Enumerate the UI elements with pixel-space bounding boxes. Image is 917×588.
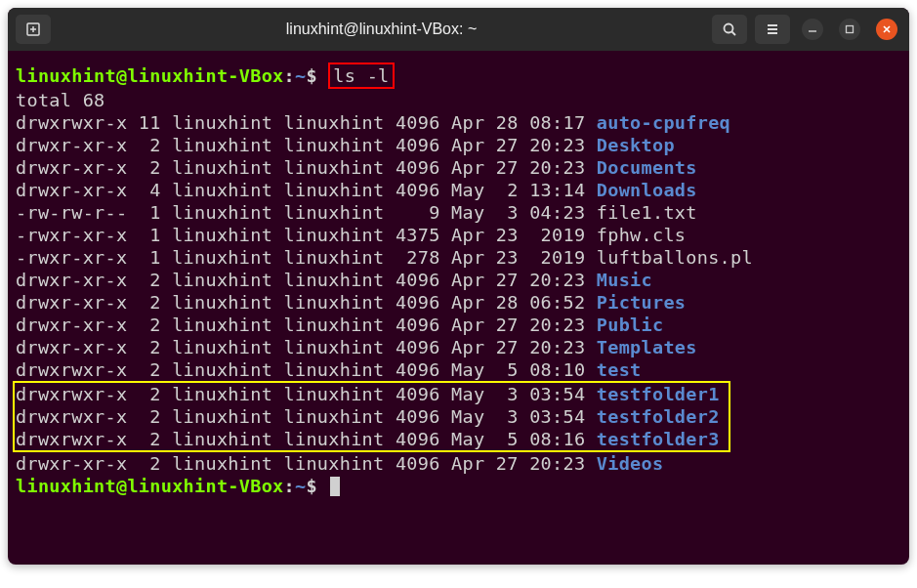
svg-rect-9 bbox=[847, 26, 854, 33]
ls-entry-name: test bbox=[597, 359, 642, 380]
search-button[interactable] bbox=[712, 15, 747, 44]
ls-entry-name: Public bbox=[597, 315, 664, 335]
ls-row: drwxr-xr-x 4 linuxhint linuxhint 4096 Ma… bbox=[16, 180, 697, 200]
ls-entry-name: testfolder2 bbox=[597, 406, 720, 427]
ls-row: drwxr-xr-x 2 linuxhint linuxhint 4096 Ap… bbox=[16, 337, 697, 357]
ls-row: drwxr-xr-x 2 linuxhint linuxhint 4096 Ap… bbox=[16, 270, 652, 290]
terminal-body[interactable]: linuxhint@linuxhint-VBox:~$ ls -l total … bbox=[8, 51, 909, 509]
ls-row: drwxrwxr-x 2 linuxhint linuxhint 4096 Ma… bbox=[16, 384, 720, 404]
cursor bbox=[330, 477, 340, 496]
terminal-window: linuxhint@linuxhint-VBox: ~ linuxhint@li… bbox=[8, 8, 909, 565]
menu-button[interactable] bbox=[755, 15, 790, 44]
ls-row: drwxr-xr-x 2 linuxhint linuxhint 4096 Ap… bbox=[16, 157, 697, 178]
maximize-button[interactable] bbox=[839, 19, 860, 40]
ls-entry-name: luftballons.pl bbox=[597, 247, 753, 268]
minimize-button[interactable] bbox=[802, 19, 823, 40]
ls-row: drwxr-xr-x 2 linuxhint linuxhint 4096 Ap… bbox=[16, 135, 675, 155]
command-highlight: ls -l bbox=[328, 63, 394, 89]
ls-row: -rwxr-xr-x 1 linuxhint linuxhint 4375 Ap… bbox=[16, 225, 686, 245]
window-title: linuxhint@linuxhint-VBox: ~ bbox=[59, 21, 704, 38]
ls-entry-name: Music bbox=[597, 270, 652, 290]
prompt-user: linuxhint@linuxhint-VBox bbox=[16, 65, 284, 86]
ls-entry-name: Pictures bbox=[597, 292, 687, 313]
new-tab-button[interactable] bbox=[16, 15, 51, 44]
ls-entry-name: Documents bbox=[597, 157, 697, 178]
total-line: total 68 bbox=[16, 90, 105, 110]
ls-row: drwxrwxr-x 2 linuxhint linuxhint 4096 Ma… bbox=[16, 359, 642, 380]
titlebar: linuxhint@linuxhint-VBox: ~ bbox=[8, 8, 909, 51]
ls-entry-name: Desktop bbox=[597, 135, 675, 155]
ls-row: drwxr-xr-x 2 linuxhint linuxhint 4096 Ap… bbox=[16, 292, 686, 313]
svg-point-3 bbox=[725, 24, 733, 33]
ls-entry-name: Videos bbox=[597, 453, 664, 474]
ls-row: drwxr-xr-x 2 linuxhint linuxhint 4096 Ap… bbox=[16, 453, 663, 474]
ls-entry-name: testfolder3 bbox=[597, 429, 720, 449]
ls-entry-name: auto-cpufreq bbox=[597, 112, 730, 133]
ls-entry-name: fphw.cls bbox=[597, 225, 687, 245]
prompt-path: ~ bbox=[295, 476, 306, 496]
ls-row: drwxrwxr-x 11 linuxhint linuxhint 4096 A… bbox=[16, 112, 730, 133]
highlighted-rows: drwxrwxr-x 2 linuxhint linuxhint 4096 Ma… bbox=[13, 381, 730, 452]
ls-entry-name: file1.txt bbox=[597, 202, 697, 223]
ls-entry-name: testfolder1 bbox=[597, 384, 720, 404]
ls-row: drwxrwxr-x 2 linuxhint linuxhint 4096 Ma… bbox=[16, 429, 720, 449]
ls-entry-name: Templates bbox=[597, 337, 697, 357]
close-button[interactable] bbox=[876, 19, 897, 40]
ls-row: -rwxr-xr-x 1 linuxhint linuxhint 278 Apr… bbox=[16, 247, 753, 268]
ls-row: drwxr-xr-x 2 linuxhint linuxhint 4096 Ap… bbox=[16, 315, 663, 335]
ls-entry-name: Downloads bbox=[597, 180, 697, 200]
prompt-user: linuxhint@linuxhint-VBox bbox=[16, 476, 284, 496]
ls-row: -rw-rw-r-- 1 linuxhint linuxhint 9 May 3… bbox=[16, 202, 697, 223]
prompt-path: ~ bbox=[295, 65, 306, 86]
ls-row: drwxrwxr-x 2 linuxhint linuxhint 4096 Ma… bbox=[16, 406, 720, 427]
svg-line-4 bbox=[732, 32, 736, 36]
